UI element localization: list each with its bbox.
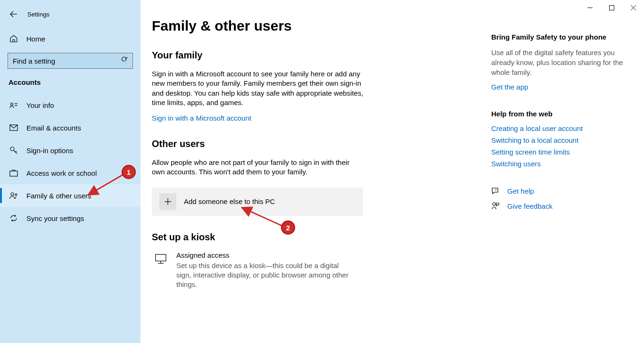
sidebar-item-label: Access work or school <box>26 169 97 177</box>
sidebar-item-label: Email & accounts <box>26 124 81 132</box>
svg-rect-19 <box>156 254 166 261</box>
kiosk-heading: Set up a kiosk <box>152 232 491 243</box>
sidebar-item-family[interactable]: Family & other users <box>0 184 140 207</box>
minimize-button[interactable] <box>579 0 601 15</box>
svg-point-15 <box>11 193 14 196</box>
key-icon <box>9 146 19 155</box>
sidebar: Settings Home Accounts Your info Email &… <box>0 0 140 343</box>
add-user-button[interactable]: Add someone else to this PC <box>152 188 363 216</box>
feedback-icon <box>491 202 501 210</box>
home-nav[interactable]: Home <box>0 28 140 49</box>
kiosk-title: Assigned access <box>176 251 355 259</box>
main-content: Family & other users Your family Sign in… <box>140 0 644 343</box>
svg-point-23 <box>493 203 495 205</box>
sync-icon <box>9 214 19 222</box>
add-user-label: Add someone else to this PC <box>184 197 275 205</box>
svg-point-7 <box>11 103 13 106</box>
other-heading: Other users <box>152 139 491 149</box>
sidebar-item-label: Sync your settings <box>26 214 84 222</box>
section-accounts-title: Accounts <box>0 78 140 86</box>
home-label: Home <box>26 35 45 43</box>
give-feedback-link[interactable]: Give feedback <box>507 202 553 210</box>
section-other-users: Other users Allow people who are not par… <box>152 139 491 177</box>
svg-point-11 <box>10 147 14 151</box>
signin-microsoft-link[interactable]: Sign in with a Microsoft account <box>152 114 251 122</box>
page-title: Family & other users <box>152 18 491 34</box>
home-icon <box>9 34 19 43</box>
sidebar-item-label: Sign-in options <box>26 147 73 155</box>
sidebar-item-your-info[interactable]: Your info <box>0 94 140 116</box>
svg-rect-1 <box>609 5 614 10</box>
sidebar-item-signin-options[interactable]: Sign-in options <box>0 139 140 162</box>
svg-rect-14 <box>10 171 17 176</box>
sidebar-item-email[interactable]: Email & accounts <box>0 116 140 139</box>
app-title: Settings <box>27 11 50 18</box>
close-button[interactable] <box>622 0 644 15</box>
safety-title: Bring Family Safety to your phone <box>491 33 633 41</box>
webhelp-link-3[interactable]: Switching users <box>491 160 633 168</box>
section-kiosk: Set up a kiosk Assigned access Set up th… <box>152 232 491 290</box>
plus-icon <box>159 193 176 210</box>
safety-body: Use all of the digital safety features y… <box>491 48 633 77</box>
search-container <box>8 53 133 69</box>
svg-text:?: ? <box>495 188 497 192</box>
get-help-link[interactable]: Get help <box>507 187 534 195</box>
help-icon: ? <box>491 187 501 195</box>
window-controls <box>579 0 644 15</box>
family-body: Sign in with a Microsoft account to see … <box>152 69 364 107</box>
sidebar-item-label: Your info <box>26 101 54 109</box>
kiosk-desc: Set up this device as a kiosk—this could… <box>176 261 355 290</box>
family-heading: Your family <box>152 50 491 61</box>
maximize-button[interactable] <box>601 0 622 15</box>
people-icon <box>9 192 19 199</box>
person-card-icon <box>9 102 19 108</box>
other-body: Allow people who are not part of your fa… <box>152 158 364 177</box>
monitor-icon <box>155 253 168 267</box>
back-button[interactable] <box>8 9 19 19</box>
webhelp-title: Help from the web <box>491 110 633 118</box>
search-icon <box>121 57 128 65</box>
svg-point-16 <box>15 194 17 196</box>
info-panel: Bring Family Safety to your phone Use al… <box>491 18 633 343</box>
sidebar-item-sync[interactable]: Sync your settings <box>0 207 140 229</box>
sidebar-item-label: Family & other users <box>26 192 91 200</box>
briefcase-icon <box>9 169 19 177</box>
search-input[interactable] <box>8 53 133 69</box>
get-app-link[interactable]: Get the app <box>491 83 633 91</box>
svg-line-13 <box>16 151 17 152</box>
svg-line-12 <box>14 150 17 154</box>
webhelp-link-2[interactable]: Setting screen time limits <box>491 148 633 156</box>
webhelp-link-0[interactable]: Creating a local user account <box>491 124 633 132</box>
mail-icon <box>9 124 19 131</box>
section-your-family: Your family Sign in with a Microsoft acc… <box>152 50 491 122</box>
sidebar-item-work-school[interactable]: Access work or school <box>0 162 140 184</box>
webhelp-link-1[interactable]: Switching to a local account <box>491 136 633 144</box>
